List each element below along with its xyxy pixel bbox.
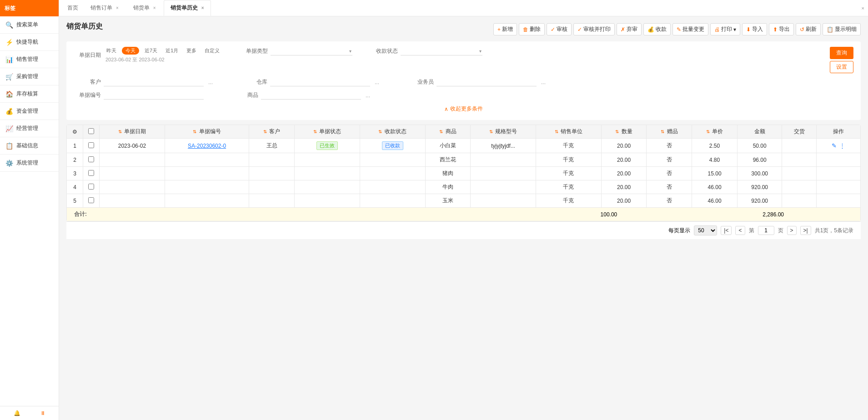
refresh-button[interactable]: ↺ 刷新	[796, 23, 821, 35]
tab-close-sales-order[interactable]: ×	[116, 5, 119, 10]
customer-input[interactable]	[104, 78, 204, 86]
warehouse-input[interactable]	[270, 78, 370, 86]
sidebar-item-purchase-mgmt[interactable]: 🛒 采购管理	[0, 68, 59, 85]
sidebar-item-basic-info[interactable]: 📋 基础信息	[0, 137, 59, 155]
tab-close-sales-history[interactable]: ×	[201, 5, 204, 10]
tab-home[interactable]: 首页	[63, 1, 83, 15]
col-unit[interactable]: ⇅ 销售单位	[536, 125, 602, 139]
row-select-checkbox[interactable]	[88, 156, 94, 162]
tab-sales-history[interactable]: 销货单历史 ×	[164, 0, 211, 16]
goods-dots[interactable]: ...	[366, 92, 370, 99]
row-select-checkbox[interactable]	[88, 197, 94, 203]
cell-doc-status	[295, 153, 360, 167]
col-collect-status[interactable]: ⇅ 收款状态	[360, 125, 425, 139]
row-num: 2	[67, 153, 83, 167]
staff-input[interactable]	[437, 78, 537, 86]
doc-type-select[interactable]	[271, 47, 352, 55]
row-checkbox[interactable]	[83, 153, 100, 167]
page-number-input[interactable]	[758, 226, 774, 235]
import-button[interactable]: ⬇ 导入	[742, 23, 767, 35]
select-all-checkbox[interactable]	[88, 128, 94, 134]
next-page-button[interactable]: >	[787, 226, 797, 235]
table-settings-icon[interactable]: ⚙	[72, 129, 77, 135]
sidebar-item-system-mgmt[interactable]: ⚙️ 系统管理	[0, 155, 59, 172]
col-doc-status[interactable]: ⇅ 单据状态	[295, 125, 360, 139]
row-checkbox[interactable]	[83, 167, 100, 180]
row-checkbox[interactable]	[83, 180, 100, 194]
collapse-filter-button[interactable]: ∧ 收起更多条件	[74, 103, 853, 115]
staff-dots[interactable]: ...	[541, 79, 546, 85]
cell-action	[816, 180, 860, 194]
sidebar-item-finance-mgmt[interactable]: 💰 资金管理	[0, 103, 59, 120]
more-action-button[interactable]: ⋮	[838, 142, 847, 149]
customer-filter: 客户 ...	[74, 78, 213, 86]
sidebar-item-sales-mgmt[interactable]: 📊 销售管理	[0, 51, 59, 68]
col-spec[interactable]: ⇅ 规格型号	[471, 125, 536, 139]
prev-page-button[interactable]: <	[735, 226, 745, 235]
date-tab-today[interactable]: 今天	[122, 47, 139, 55]
trending-icon: 📈	[5, 125, 13, 132]
cell-doc-no[interactable]: SA-20230602-0	[165, 139, 249, 153]
sidebar-item-quick-nav[interactable]: ⚡ 快捷导航	[0, 34, 59, 51]
cell-collect-status	[360, 167, 425, 180]
date-tab-more[interactable]: 更多	[184, 47, 199, 55]
warehouse-dots[interactable]: ...	[375, 79, 379, 85]
batch-change-button[interactable]: ✎ 批量变更	[672, 23, 708, 35]
doc-no-link[interactable]: SA-20230602-0	[188, 143, 226, 149]
edit-action-button[interactable]: ✎	[830, 142, 838, 149]
delete-button[interactable]: 🗑 删除	[519, 23, 545, 35]
print-button[interactable]: 🖨 打印 ▾	[710, 23, 740, 35]
cell-doc-no[interactable]	[165, 180, 249, 194]
col-gift[interactable]: ⇅ 赠品	[647, 125, 692, 139]
sidebar-item-operation-mgmt[interactable]: 📈 经营管理	[0, 120, 59, 137]
sidebar-item-search-menu[interactable]: 🔍 搜索菜单	[0, 16, 59, 34]
audit-button[interactable]: ✓ 审核	[547, 23, 572, 35]
docno-input[interactable]	[104, 91, 204, 100]
add-button[interactable]: + 新增	[493, 23, 517, 35]
col-doc-no[interactable]: ⇅ 单据编号	[165, 125, 249, 139]
col-doc-date[interactable]: ⇅ 单据日期	[100, 125, 165, 139]
per-page-select[interactable]: 50 100	[694, 225, 717, 235]
date-tab-custom[interactable]: 自定义	[202, 47, 222, 55]
cell-doc-no[interactable]	[165, 194, 249, 208]
close-all-tabs[interactable]: ×	[862, 5, 864, 11]
customer-dots[interactable]: ...	[208, 79, 213, 85]
last-page-button[interactable]: >|	[800, 226, 811, 235]
cell-doc-status	[295, 180, 360, 194]
tab-close-sales-delivery[interactable]: ×	[153, 5, 156, 10]
row-checkbox[interactable]	[83, 139, 100, 153]
export-button[interactable]: ⬆ 导出	[769, 23, 794, 35]
row-checkbox[interactable]	[83, 194, 100, 208]
col-goods[interactable]: ⇅ 商品	[425, 125, 471, 139]
doc-type-select-wrap: ▾	[271, 47, 352, 55]
cell-unit: 千克	[536, 180, 602, 194]
first-page-button[interactable]: |<	[721, 226, 732, 235]
row-select-checkbox[interactable]	[88, 184, 94, 190]
row-select-checkbox[interactable]	[88, 142, 94, 148]
query-button[interactable]: 查询	[830, 47, 853, 59]
cell-unit: 千克	[536, 167, 602, 180]
sidebar-item-inventory[interactable]: 🏠 库存核算	[0, 85, 59, 103]
table-footer: 合计: 100.00 2,286.00	[66, 208, 861, 221]
collect-status-select[interactable]	[401, 47, 482, 55]
cell-doc-no[interactable]	[165, 153, 249, 167]
notification-icon[interactable]: 🔔	[14, 410, 20, 416]
row-select-checkbox[interactable]	[88, 170, 94, 176]
col-qty[interactable]: ⇅ 数量	[601, 125, 647, 139]
cell-doc-no[interactable]	[165, 167, 249, 180]
col-unit-price[interactable]: ⇅ 单价	[692, 125, 738, 139]
goods-input[interactable]	[261, 91, 361, 100]
date-tab-1month[interactable]: 近1月	[163, 47, 181, 55]
pause-icon[interactable]: ⏸	[40, 410, 45, 416]
audit-print-button[interactable]: ✓ 审核并打印	[573, 23, 615, 35]
col-settings[interactable]: ⚙	[67, 125, 83, 139]
tab-sales-order[interactable]: 销售订单 ×	[84, 0, 125, 16]
col-customer[interactable]: ⇅ 客户	[249, 125, 295, 139]
show-detail-button[interactable]: 📋 显示明细	[823, 23, 861, 35]
settings-button[interactable]: 设置	[830, 61, 853, 73]
collect-button[interactable]: 💰 收款	[643, 23, 671, 35]
tab-sales-delivery[interactable]: 销货单 ×	[126, 0, 163, 16]
abandon-button[interactable]: ✗ 弃审	[617, 23, 642, 35]
date-tab-yesterday[interactable]: 昨天	[104, 47, 119, 55]
date-tab-7days[interactable]: 近7天	[142, 47, 160, 55]
